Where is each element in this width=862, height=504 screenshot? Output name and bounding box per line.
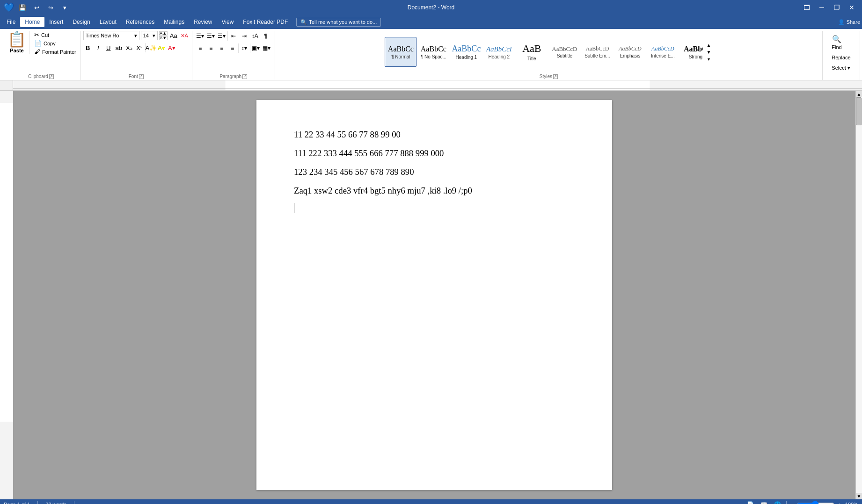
underline-button[interactable]: U [104,43,113,52]
font-format-row: B I U ab X₂ X² A✨ A▾ A▾ [83,43,176,52]
menu-design[interactable]: Design [68,17,95,27]
superscript-button[interactable]: X² [135,43,144,52]
menu-file[interactable]: File [2,17,20,27]
text-effect-button[interactable]: A✨ [146,43,156,52]
clear-formatting-button[interactable]: ✕A [180,31,189,40]
font-expand-button[interactable]: ↗ [139,74,144,79]
find-button[interactable]: 🔍 Find [828,33,845,52]
editing-label: Styles [825,73,857,79]
scroll-track[interactable] [856,97,862,493]
styles-scroll-down-button[interactable]: ▼ [705,49,712,55]
increase-indent-button[interactable]: ⇥ [239,31,249,41]
style-no-spacing[interactable]: AaBbCc ¶ No Spac... [417,37,449,67]
paragraph-expand-button[interactable]: ↗ [242,74,247,79]
web-layout-button[interactable]: 🌐 [773,501,782,504]
styles-scroll-up-button[interactable]: ▲ [705,42,712,48]
doc-line-4: Zaq1 xsw2 cde3 vfr4 bgt5 nhy6 mju7 ,ki8 … [294,184,575,197]
clipboard-group: 📋 Paste ✂ Cut 📄 Copy 🖌 Format Painter [2,31,80,80]
align-right-button[interactable]: ≡ [217,43,227,53]
bullets-button[interactable]: ☰▾ [195,31,205,41]
scroll-up-button[interactable]: ▲ [856,91,862,97]
styles-expand-button[interactable]: ↗ [553,74,558,79]
font-name-selector[interactable]: Times New Ro ▾ [83,31,139,40]
share-button[interactable]: 👤 Share [838,19,860,25]
doc-line-3-text: 123 234 345 456 567 678 789 890 [294,167,414,177]
decrease-font-button[interactable]: A▼ [159,36,168,40]
restore-window-button[interactable]: 🗖 [800,2,813,13]
cut-button[interactable]: ✂ Cut [33,31,77,39]
zoom-out-icon: − [790,502,793,504]
paste-button[interactable]: 📋 Paste [5,31,29,54]
svg-rect-1 [226,80,650,91]
font-size-selector[interactable]: 14 ▾ [141,31,158,40]
print-layout-button[interactable]: 📄 [745,501,755,504]
scroll-thumb[interactable] [856,97,862,125]
read-mode-button[interactable]: 📖 [759,501,769,504]
document-title: Document2 - Word [408,4,454,11]
minimize-button[interactable]: ─ [815,2,828,13]
font-content: Times New Ro ▾ 14 ▾ A▲ A▼ Aa ✕A B [83,31,189,73]
menu-layout[interactable]: Layout [95,17,121,27]
style-heading1[interactable]: AaBbCc Heading 1 [450,37,482,67]
style-heading2[interactable]: AaBbCcI Heading 2 [483,37,515,67]
bold-button[interactable]: B [83,43,93,52]
decrease-indent-button[interactable]: ⇤ [228,31,239,41]
style-emphasis[interactable]: AaBbCcD Emphasis [614,37,646,67]
customize-qat-button[interactable]: ▾ [59,2,70,13]
text-highlight-button[interactable]: A▾ [157,43,166,52]
menu-references[interactable]: References [121,17,159,27]
maximize-button[interactable]: ❐ [830,2,843,13]
clipboard-expand-button[interactable]: ↗ [49,74,54,79]
format-painter-button[interactable]: 🖌 Format Painter [33,48,77,56]
numbering-button[interactable]: ☰▾ [206,31,216,41]
copy-button[interactable]: 📄 Copy [33,39,77,47]
style-intense-em-label: Intense E... [651,53,675,58]
menu-review[interactable]: Review [189,17,217,27]
font-size-buttons: A▲ A▼ [159,31,168,40]
redo-qat-button[interactable]: ↪ [45,2,56,13]
align-left-button[interactable]: ≡ [195,43,205,53]
styles-gallery: AaBbCc ¶ Normal AaBbCc ¶ No Spac... AaBb… [385,37,703,67]
style-strong[interactable]: AaBbC Strong [679,37,703,67]
font-group: Times New Ro ▾ 14 ▾ A▲ A▼ Aa ✕A B [80,31,192,80]
style-normal[interactable]: AaBbCc ¶ Normal [385,37,416,67]
text-cursor [294,203,294,213]
center-button[interactable]: ≡ [206,43,216,53]
borders-button[interactable]: ▦▾ [262,43,272,53]
style-title[interactable]: AaB Title [516,37,548,67]
shading-button[interactable]: ▣▾ [251,43,261,53]
multilevel-list-button[interactable]: ☰▾ [217,31,227,41]
change-case-button[interactable]: Aa [169,31,178,40]
increase-font-button[interactable]: A▲ [159,31,168,36]
font-color-button[interactable]: A▾ [167,43,176,52]
menu-home[interactable]: Home [20,17,44,27]
save-qat-button[interactable]: 💾 [17,2,28,13]
show-hide-button[interactable]: ¶ [261,31,271,41]
menu-insert[interactable]: Insert [44,17,68,27]
menu-view[interactable]: View [217,17,239,27]
scroll-down-button[interactable]: ▼ [856,493,862,499]
style-heading2-preview: AaBbCcI [486,45,512,53]
subscript-button[interactable]: X₂ [124,43,134,52]
para-divider1 [227,31,228,41]
menu-foxit[interactable]: Foxit Reader PDF [238,17,292,27]
undo-qat-button[interactable]: ↩ [31,2,42,13]
strikethrough-button[interactable]: ab [114,43,124,52]
style-subtitle[interactable]: AaBbCcD Subtitle [548,37,580,67]
italic-button[interactable]: I [94,43,103,52]
line-spacing-button[interactable]: ↕▾ [239,43,249,53]
select-button[interactable]: Select ▾ [828,63,854,73]
replace-button[interactable]: Replace [828,53,854,62]
style-subtle-em[interactable]: AaBbCcD Subtle Em... [581,37,613,67]
close-button[interactable]: ✕ [845,2,858,13]
styles-more-button[interactable]: ▾ [705,56,712,62]
menu-mailings[interactable]: Mailings [159,17,189,27]
ruler-container [0,80,862,91]
style-intense-em[interactable]: AaBbCcD Intense E... [647,37,679,67]
justify-button[interactable]: ≡ [227,43,238,53]
tell-me-button[interactable]: 🔍 Tell me what you want to do... [296,18,381,27]
status-divider-2 [74,501,74,504]
sort-button[interactable]: ↕A [250,31,260,41]
zoom-slider[interactable] [797,501,834,504]
document-scroll[interactable]: 11 22 33 44 55 66 77 88 99 00 111 222 33… [13,91,855,499]
